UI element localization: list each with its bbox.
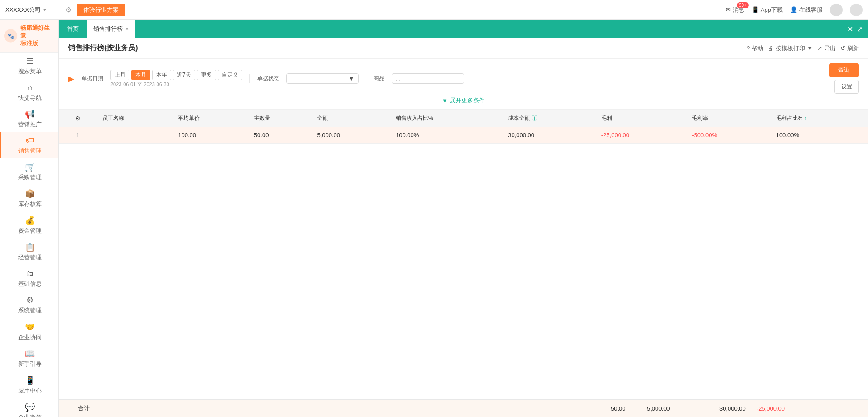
sidebar-item-purchase[interactable]: 🛒 采购管理	[0, 158, 58, 185]
company-settings-icon[interactable]: ⚙	[63, 4, 73, 16]
date-btn-this-month[interactable]: 本月	[131, 70, 150, 80]
sidebar-item-ops-mgmt[interactable]: 📋 经营管理	[0, 239, 58, 265]
page-header: 销售排行榜(按业务员) ? 帮助 🖨 按模板打印 ▼ ↗ 导出 ↺ 刷新	[59, 38, 868, 59]
page-title: 销售排行榜(按业务员)	[68, 43, 138, 53]
marketing-icon: 📢	[25, 109, 35, 119]
sidebar-item-inventory[interactable]: 📦 库存核算	[0, 185, 58, 212]
table-header: ⚙ 员工名称 平均单价 主数量 全额 销售收入占比% 成本全额 ⓘ 毛利 毛利率…	[59, 110, 868, 127]
table-body: 1 100.00 50.00 5,000.00 100.00% 30,000.0…	[59, 127, 868, 144]
date-btn-last-month[interactable]: 上月	[110, 70, 129, 80]
logo-text: 畅康通好生意 标准版	[20, 24, 55, 48]
settings-button[interactable]: 设置	[834, 80, 859, 94]
sidebar-item-marketing[interactable]: 📢 营销推广	[0, 105, 58, 132]
sidebar-label-quick-nav: 快捷导航	[18, 94, 42, 102]
sidebar-item-enterprise-wechat[interactable]: 💬 企业微信	[0, 398, 58, 417]
status-filter-label: 单据状态	[257, 75, 279, 82]
sidebar-label-purchase: 采购管理	[18, 173, 42, 182]
enterprise-collab-icon: 🤝	[25, 322, 35, 332]
query-button[interactable]: 查询	[829, 63, 859, 77]
footer-cost: 30,000.00	[714, 405, 751, 412]
action-buttons: 查询 设置	[829, 63, 859, 94]
sidebar-item-sales-mgmt[interactable]: 🏷 销售管理	[0, 132, 58, 158]
help-button[interactable]: ? 帮助	[747, 44, 763, 53]
date-btn-more[interactable]: 更多	[197, 70, 216, 80]
tab-bar: 首页 销售排行榜 × ✕ ⤢	[59, 20, 868, 38]
sidebar-label-app-center: 应用中心	[18, 387, 42, 395]
row-cost: 30,000.00	[503, 127, 596, 144]
svg-text:🐾: 🐾	[7, 33, 14, 40]
row-name	[97, 127, 173, 144]
sidebar-item-sys-mgmt[interactable]: ⚙ 系统管理	[0, 292, 58, 318]
date-btn-7days[interactable]: 近7天	[173, 70, 195, 80]
avatar2[interactable]	[850, 4, 863, 16]
footer-total-label: 合计	[64, 404, 90, 412]
window-close-icon[interactable]: ✕	[847, 25, 853, 34]
sidebar-label-enterprise-collab: 企业协同	[18, 333, 42, 341]
date-btn-custom[interactable]: 自定义	[218, 70, 242, 80]
date-btns: 上月 本月 本年 近7天 更多 自定义	[110, 70, 242, 80]
sidebar-label-guide: 新手引导	[18, 360, 42, 368]
sidebar-item-search-order[interactable]: ☰ 搜索菜单	[0, 53, 58, 79]
purchase-icon: 🛒	[25, 162, 35, 172]
main-layout: 🐾 畅康通好生意 标准版 ☰ 搜索菜单 ⌂ 快捷导航 📢 营销推广 🏷 销售管理…	[0, 20, 868, 417]
sidebar-item-quick-nav[interactable]: ⌂ 快捷导航	[0, 79, 58, 105]
company-selector[interactable]: XXXXXX公司 ▼	[5, 6, 60, 14]
service-item[interactable]: 👤 在线客服	[790, 6, 823, 14]
sidebar-label-sys-mgmt: 系统管理	[18, 307, 42, 315]
trial-button[interactable]: 体验行业方案	[77, 4, 125, 16]
sidebar-label-marketing: 营销推广	[18, 120, 42, 129]
data-table: ⚙ 员工名称 平均单价 主数量 全额 销售收入占比% 成本全额 ⓘ 毛利 毛利率…	[59, 110, 868, 144]
goods-placeholder: ...	[396, 75, 460, 82]
table-header-row: ⚙ 员工名称 平均单价 主数量 全额 销售收入占比% 成本全额 ⓘ 毛利 毛利率…	[59, 110, 868, 127]
sidebar-label-basic-info: 基础信息	[18, 280, 42, 288]
service-label: 在线客服	[799, 6, 823, 14]
sidebar-item-guide[interactable]: 📖 新手引导	[0, 345, 58, 372]
filter-expand-arrow[interactable]: ▶	[68, 74, 74, 84]
th-gear[interactable]: ⚙	[59, 110, 97, 127]
enterprise-wechat-icon: 💬	[25, 402, 35, 412]
tab-sales-ranking[interactable]: 销售排行榜 ×	[87, 20, 135, 38]
basic-info-icon: 🗂	[26, 269, 34, 278]
sidebar-item-enterprise-collab[interactable]: 🤝 企业协同	[0, 318, 58, 345]
footer-total: 5,000.00	[642, 405, 678, 412]
footer-gross: -25,000.00	[751, 405, 790, 412]
top-bar: XXXXXX公司 ▼ ⚙ 体验行业方案 ✉ 消息 99+ 📱 App下载 👤 在…	[0, 0, 868, 20]
expand-conditions-button[interactable]: ▼ 展开更多条件	[442, 96, 485, 105]
refresh-button[interactable]: ↺ 刷新	[840, 44, 859, 53]
window-expand-icon[interactable]: ⤢	[857, 25, 863, 34]
row-total: 5,000.00	[312, 127, 390, 144]
footer-qty: 50.00	[605, 405, 642, 412]
sidebar-label-inventory: 库存核算	[18, 200, 42, 208]
row-avg-price: 100.00	[173, 127, 249, 144]
date-range-display: 2023-06-01 至 2023-06-30	[110, 81, 242, 88]
sidebar-item-finance[interactable]: 💰 资金管理	[0, 212, 58, 239]
print-chevron-icon: ▼	[807, 45, 813, 52]
sidebar-label-ops-mgmt: 经营管理	[18, 254, 42, 262]
top-right-area: ✉ 消息 99+ 📱 App下载 👤 在线客服	[726, 4, 863, 16]
date-filter-label: 单据日期	[82, 75, 103, 82]
expand-chevron-icon: ▼	[442, 97, 448, 104]
tab-home[interactable]: 首页	[59, 20, 87, 38]
print-button[interactable]: 🖨 按模板打印 ▼	[768, 44, 813, 53]
logo-icon: 🐾	[4, 29, 18, 43]
tab-close-icon[interactable]: ×	[125, 26, 129, 32]
app-download-item[interactable]: 📱 App下载	[752, 6, 783, 14]
gross-ratio-sort-icon[interactable]: ↕	[804, 115, 807, 121]
date-btn-this-year[interactable]: 本年	[152, 70, 171, 80]
status-selector[interactable]: ▼	[286, 73, 359, 84]
avatar[interactable]	[830, 4, 843, 16]
inventory-icon: 📦	[25, 189, 35, 199]
status-chevron-icon: ▼	[349, 75, 355, 82]
th-sales-ratio: 销售收入占比%	[390, 110, 503, 127]
sidebar-item-app-center[interactable]: 📱 应用中心	[0, 372, 58, 398]
goods-input[interactable]: ...	[392, 73, 464, 84]
content-area: 首页 销售排行榜 × ✕ ⤢ 销售排行榜(按业务员) ? 帮助 🖨 按模	[59, 20, 868, 417]
message-item[interactable]: ✉ 消息 99+	[726, 6, 744, 14]
export-button[interactable]: ↗ 导出	[817, 44, 836, 53]
table-footer: 合计 50.00 5,000.00 30,000.00 -25,000.00	[59, 399, 868, 417]
sidebar-item-basic-info[interactable]: 🗂 基础信息	[0, 265, 58, 292]
sidebar-label-search-order: 搜索菜单	[18, 67, 42, 76]
refresh-icon: ↺	[840, 45, 845, 52]
table-row: 1 100.00 50.00 5,000.00 100.00% 30,000.0…	[59, 127, 868, 144]
filter-row-expand: ▼ 展开更多条件	[68, 94, 859, 105]
